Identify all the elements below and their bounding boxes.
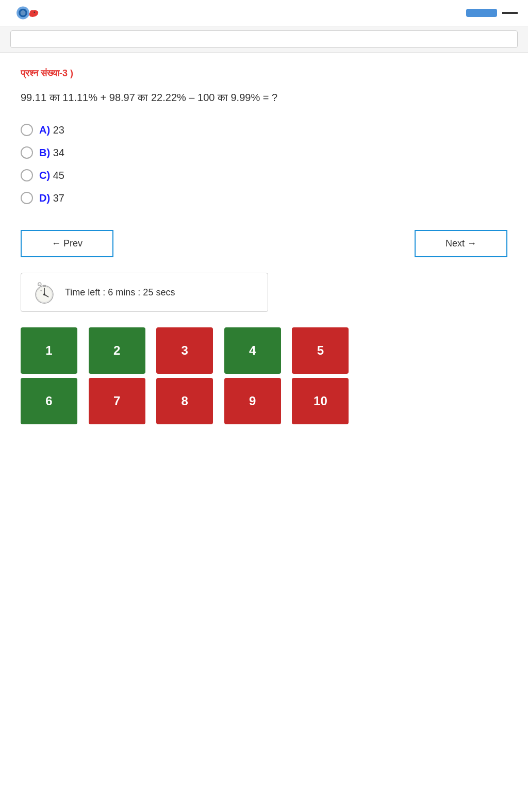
radio-a[interactable] bbox=[21, 124, 33, 136]
option-a-value: 23 bbox=[53, 124, 64, 136]
svg-point-2 bbox=[21, 10, 26, 15]
options-container: A) 23 B) 34 C) 45 D) 37 bbox=[21, 124, 507, 204]
grid-cell-9[interactable]: 9 bbox=[224, 378, 281, 424]
logo-icon bbox=[15, 5, 41, 21]
svg-rect-11 bbox=[43, 285, 46, 287]
grid-cell-6[interactable]: 6 bbox=[21, 378, 77, 424]
option-c-label: C) 45 bbox=[39, 170, 64, 181]
header-action-button[interactable] bbox=[466, 9, 497, 17]
grid-cell-1[interactable]: 1 bbox=[21, 327, 77, 374]
option-a-label: A) 23 bbox=[39, 124, 64, 136]
svg-point-13 bbox=[38, 283, 41, 286]
clock-icon bbox=[31, 279, 57, 305]
timer-container: Time left : 6 mins : 25 secs bbox=[21, 273, 268, 312]
main-content: प्रश्न संख्या-3 ) 99.11 का 11.11% + 98.9… bbox=[0, 53, 528, 440]
option-b-letter: B) bbox=[39, 147, 50, 158]
navigation-row: ← Prev Next → bbox=[21, 230, 507, 257]
option-a[interactable]: A) 23 bbox=[21, 124, 507, 136]
grid-cell-8[interactable]: 8 bbox=[156, 378, 213, 424]
grid-cell-10[interactable]: 10 bbox=[292, 378, 349, 424]
search-input[interactable] bbox=[10, 30, 518, 48]
option-d-label: D) 37 bbox=[39, 192, 64, 204]
option-c-value: 45 bbox=[53, 170, 64, 181]
grid-cell-5[interactable]: 5 bbox=[292, 327, 349, 374]
option-d-value: 37 bbox=[53, 192, 64, 204]
option-d[interactable]: D) 37 bbox=[21, 192, 507, 204]
header bbox=[0, 0, 528, 26]
option-a-letter: A) bbox=[39, 124, 50, 136]
next-button[interactable]: Next → bbox=[415, 230, 507, 257]
timer-text: Time left : 6 mins : 25 secs bbox=[65, 287, 175, 298]
svg-point-5 bbox=[34, 12, 35, 13]
grid-cell-3[interactable]: 3 bbox=[156, 327, 213, 374]
radio-b[interactable] bbox=[21, 146, 33, 159]
minimize-button[interactable] bbox=[502, 12, 518, 14]
svg-point-14 bbox=[40, 290, 42, 291]
option-c[interactable]: C) 45 bbox=[21, 169, 507, 181]
option-b[interactable]: B) 34 bbox=[21, 146, 507, 159]
option-b-label: B) 34 bbox=[39, 147, 64, 159]
option-b-value: 34 bbox=[53, 147, 64, 158]
radio-d[interactable] bbox=[21, 192, 33, 204]
option-c-letter: C) bbox=[39, 170, 50, 181]
logo-area bbox=[10, 5, 41, 21]
option-d-letter: D) bbox=[39, 192, 50, 204]
prev-button[interactable]: ← Prev bbox=[21, 230, 113, 257]
svg-point-10 bbox=[43, 293, 45, 295]
question-grid: 12345678910 bbox=[21, 327, 356, 424]
search-bar-container bbox=[0, 26, 528, 53]
radio-c[interactable] bbox=[21, 169, 33, 181]
question-number: प्रश्न संख्या-3 ) bbox=[21, 68, 507, 79]
header-right bbox=[466, 9, 518, 17]
question-text: 99.11 का 11.11% + 98.97 का 22.22% – 100 … bbox=[21, 89, 507, 106]
grid-cell-4[interactable]: 4 bbox=[224, 327, 281, 374]
svg-point-3 bbox=[28, 9, 40, 18]
grid-cell-2[interactable]: 2 bbox=[89, 327, 145, 374]
grid-cell-7[interactable]: 7 bbox=[89, 378, 145, 424]
